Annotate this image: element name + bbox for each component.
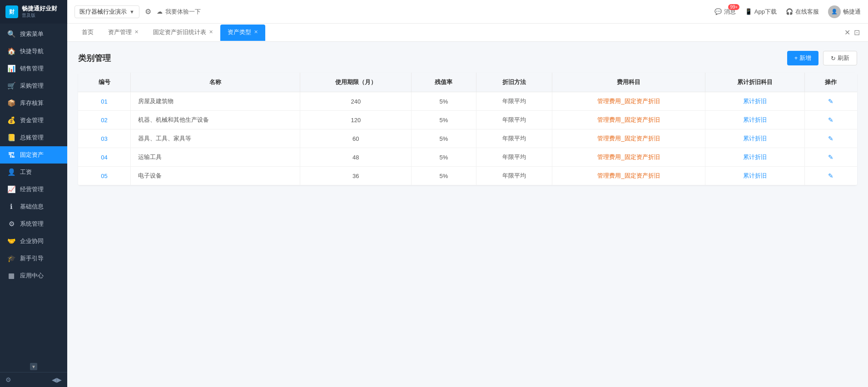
app-subtitle: 普及版 xyxy=(22,12,57,19)
sidebar-item-label: 基础信息 xyxy=(20,203,44,211)
sidebar-item-label: 快捷导航 xyxy=(20,47,44,55)
table-row: 05 电子设备 36 5% 年限平均 管理费用_固定资产折旧 累计折旧 ✎ xyxy=(78,167,857,185)
cell-name: 运输工具 xyxy=(131,148,300,167)
cell-name: 机器、机械和其他生产设备 xyxy=(131,111,300,129)
business-icon: 📈 xyxy=(7,185,15,194)
new-button-label: + 新增 xyxy=(794,54,811,62)
experience-label: 我要体验一下 xyxy=(165,8,201,16)
cell-residual: 5% xyxy=(412,111,476,129)
cell-residual: 5% xyxy=(412,148,476,167)
company-selector[interactable]: 医疗器械行业演示 ▼ xyxy=(74,5,139,18)
sidebar-item-label: 新手引导 xyxy=(20,254,44,263)
topbar: 医疗器械行业演示 ▼ ⚙ ☁ 我要体验一下 💬 消息 99 📱 App下载 🎧 … xyxy=(67,0,868,24)
system-icon: ⚙ xyxy=(7,220,15,228)
sidebar-item-guide[interactable]: 🎓 新手引导 xyxy=(0,250,67,267)
sidebar-item-payroll[interactable]: 👤 工资 xyxy=(0,164,67,181)
sidebar-item-business[interactable]: 📈 经营管理 xyxy=(0,181,67,198)
tab-资产管理[interactable]: 资产管理✕ xyxy=(101,25,146,41)
sidebar-item-label: 销售管理 xyxy=(20,64,44,73)
sidebar-item-label: 系统管理 xyxy=(20,220,44,228)
settings-icon[interactable]: ⚙ xyxy=(145,7,151,16)
collapse-icon[interactable]: ◀▶ xyxy=(52,376,62,383)
inventory-icon: 📦 xyxy=(7,99,15,107)
customer-service-label: 在线客服 xyxy=(795,8,819,16)
sidebar-item-quick-nav[interactable]: 🏠 快捷导航 xyxy=(0,43,67,60)
new-button[interactable]: + 新增 xyxy=(787,51,818,65)
sidebar-scroll-down[interactable]: ▼ xyxy=(30,363,37,370)
sidebar-item-purchase[interactable]: 🛒 采购管理 xyxy=(0,77,67,94)
sidebar-item-enterprise[interactable]: 🤝 企业协同 xyxy=(0,233,67,250)
user-name: 畅捷通 xyxy=(843,8,861,16)
cell-id: 03 xyxy=(78,129,131,148)
sidebar-item-label: 总账管理 xyxy=(20,134,44,142)
tab-close-icon[interactable]: ✕ xyxy=(209,29,213,35)
tab-close-icon[interactable]: ✕ xyxy=(254,29,258,35)
cell-accum: 累计折旧 xyxy=(705,129,804,148)
sidebar-item-fixed-assets[interactable]: 🏗 固定资产 xyxy=(0,146,67,164)
sidebar-item-label: 固定资产 xyxy=(20,151,44,159)
edit-icon[interactable]: ✎ xyxy=(828,172,833,179)
sidebar-item-ledger[interactable]: 📒 总账管理 xyxy=(0,129,67,146)
asset-type-table: 编号名称使用期限（月）残值率折旧方法费用科目累计折旧科目操作 01 房屋及建筑物… xyxy=(78,73,857,185)
col-header: 残值率 xyxy=(412,73,476,92)
tab-close-icon[interactable]: ✕ xyxy=(134,29,139,35)
refresh-label: 刷新 xyxy=(838,54,849,62)
table-header-row: 编号名称使用期限（月）残值率折旧方法费用科目累计折旧科目操作 xyxy=(78,73,857,92)
cell-fee: 管理费用_固定资产折旧 xyxy=(552,92,705,111)
cell-residual: 5% xyxy=(412,167,476,185)
edit-icon[interactable]: ✎ xyxy=(828,154,833,161)
page-header: 类别管理 + 新增 ↻ 刷新 xyxy=(78,51,857,65)
cell-id: 01 xyxy=(78,92,131,111)
tab-固定资产折旧统计表[interactable]: 固定资产折旧统计表✕ xyxy=(146,25,220,41)
table-row: 03 器具、工具、家具等 60 5% 年限平均 管理费用_固定资产折旧 累计折旧… xyxy=(78,129,857,148)
col-header: 累计折旧科目 xyxy=(705,73,804,92)
sidebar-item-app-center[interactable]: ▦ 应用中心 xyxy=(0,267,67,284)
customer-service-btn[interactable]: 🎧 在线客服 xyxy=(786,8,819,16)
page-title: 类别管理 xyxy=(78,53,111,64)
tab-资产类型[interactable]: 资产类型✕ xyxy=(220,25,265,41)
customer-service-icon: 🎧 xyxy=(786,8,793,15)
sidebar-item-label: 搜索菜单 xyxy=(20,30,44,38)
main-area: 医疗器械行业演示 ▼ ⚙ ☁ 我要体验一下 💬 消息 99 📱 App下载 🎧 … xyxy=(67,0,868,387)
col-header: 编号 xyxy=(78,73,131,92)
sidebar-item-inventory[interactable]: 📦 库存核算 xyxy=(0,94,67,112)
cell-accum: 累计折旧 xyxy=(705,92,804,111)
col-header: 折旧方法 xyxy=(476,73,552,92)
cell-action: ✎ xyxy=(804,92,857,111)
app-download-btn[interactable]: 📱 App下载 xyxy=(745,8,777,16)
dropdown-icon: ▼ xyxy=(129,9,134,15)
quick-nav-icon: 🏠 xyxy=(7,47,15,55)
page-actions: + 新增 ↻ 刷新 xyxy=(787,51,857,65)
cell-period: 36 xyxy=(300,167,412,185)
sidebar-nav: 🔍 搜索菜单 🏠 快捷导航 📊 销售管理 🛒 采购管理 📦 库存核算 💰 资金管… xyxy=(0,24,67,363)
cell-accum: 累计折旧 xyxy=(705,167,804,185)
tab-首页[interactable]: 首页 xyxy=(74,25,101,41)
sidebar-item-sales[interactable]: 📊 销售管理 xyxy=(0,60,67,77)
maximize-btn[interactable]: ⊡ xyxy=(853,27,861,38)
sidebar-item-label: 应用中心 xyxy=(20,272,44,280)
col-header: 操作 xyxy=(804,73,857,92)
edit-icon[interactable]: ✎ xyxy=(828,135,833,142)
experience-btn[interactable]: ☁ 我要体验一下 xyxy=(157,8,201,16)
edit-icon[interactable]: ✎ xyxy=(828,116,833,124)
payroll-icon: 👤 xyxy=(7,168,15,176)
edit-icon[interactable]: ✎ xyxy=(828,98,833,105)
tab-label: 固定资产折旧统计表 xyxy=(153,28,206,36)
refresh-button[interactable]: ↻ 刷新 xyxy=(823,51,857,65)
message-btn[interactable]: 💬 消息 99 xyxy=(714,8,736,16)
sidebar-item-capital[interactable]: 💰 资金管理 xyxy=(0,112,67,129)
sidebar-item-label: 工资 xyxy=(20,168,32,176)
table-row: 04 运输工具 48 5% 年限平均 管理费用_固定资产折旧 累计折旧 ✎ xyxy=(78,148,857,167)
app-download-label: App下载 xyxy=(754,8,777,16)
sidebar-item-basic-info[interactable]: ℹ 基础信息 xyxy=(0,198,67,215)
sidebar-item-label: 采购管理 xyxy=(20,82,44,90)
user-profile-btn[interactable]: 👤 畅捷通 xyxy=(828,5,861,18)
cell-name: 电子设备 xyxy=(131,167,300,185)
cell-fee: 管理费用_固定资产折旧 xyxy=(552,129,705,148)
sidebar-item-search[interactable]: 🔍 搜索菜单 xyxy=(0,25,67,43)
settings-icon[interactable]: ⚙ xyxy=(5,376,11,383)
cell-method: 年限平均 xyxy=(476,167,552,185)
cell-period: 60 xyxy=(300,129,412,148)
sidebar-item-system[interactable]: ⚙ 系统管理 xyxy=(0,215,67,233)
close-tab-btn[interactable]: ✕ xyxy=(843,27,851,38)
